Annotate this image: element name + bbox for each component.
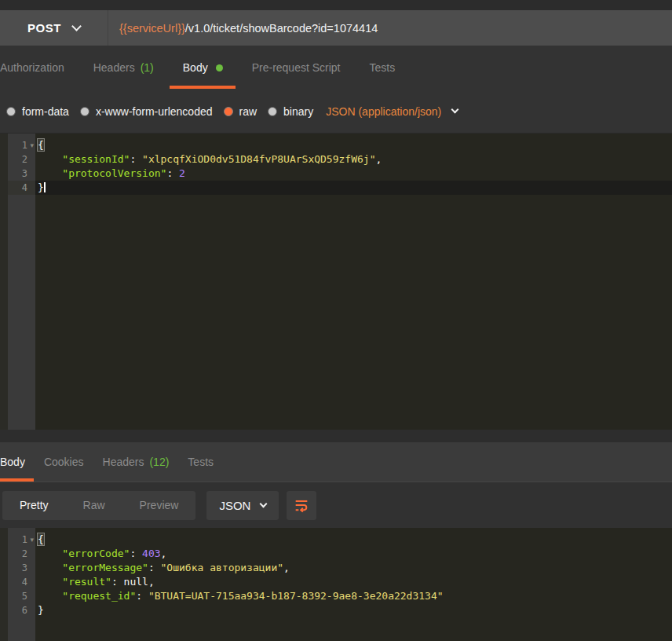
code-content: "sessionId": "xlpcqfXiOD0dv51D84fvP8UArS… bbox=[35, 152, 672, 167]
code-content: "errorCode": 403, bbox=[35, 547, 672, 561]
fold-caret-icon[interactable]: ▾ bbox=[30, 533, 34, 547]
body-mode-label: binary bbox=[283, 105, 313, 118]
text-cursor bbox=[44, 182, 46, 192]
code-content: "protocolVersion": 2 bbox=[35, 167, 672, 181]
tab-label: Body bbox=[0, 456, 25, 468]
radio-icon bbox=[268, 107, 277, 116]
chevron-down-icon bbox=[451, 106, 459, 114]
body-mode-form-data[interactable]: form-data bbox=[6, 105, 69, 118]
wrap-text-icon bbox=[293, 496, 310, 514]
editor-row bbox=[0, 195, 672, 430]
line-number bbox=[0, 195, 35, 430]
response-tabs: BodyCookiesHeaders(12)Tests bbox=[0, 442, 672, 482]
url-variable: {{serviceUrl}} bbox=[119, 22, 185, 35]
editor-row: 2 "sessionId": "xlpcqfXiOD0dv51D84fvP8UA… bbox=[0, 152, 672, 167]
body-mode-raw[interactable]: raw bbox=[224, 105, 257, 118]
editor-row bbox=[0, 617, 672, 641]
code-content bbox=[35, 617, 672, 641]
response-view-mode-group: PrettyRawPreview bbox=[2, 491, 195, 520]
body-dot-icon bbox=[216, 64, 223, 71]
tab-label: Pre-request Script bbox=[252, 61, 341, 74]
content-type-dropdown[interactable]: JSON (application/json) bbox=[326, 105, 458, 118]
code-content: { bbox=[35, 533, 672, 547]
line-number: 1▾ bbox=[0, 138, 35, 152]
tab-label: Authorization bbox=[0, 61, 64, 74]
tab-label: Headers bbox=[103, 456, 144, 468]
chevron-down-icon bbox=[71, 21, 82, 31]
postman-app: POST {{serviceUrl}}/v1.0/ticket/showBarc… bbox=[0, 0, 672, 641]
response-tab-cookies[interactable]: Cookies bbox=[44, 442, 84, 482]
response-tab-body[interactable]: Body bbox=[0, 442, 25, 482]
line-number: 6 bbox=[0, 603, 35, 617]
section-divider bbox=[0, 430, 672, 442]
radio-icon bbox=[6, 107, 16, 116]
tab-label: Tests bbox=[370, 61, 396, 74]
editor-row: 3 "errorMessage": "Ошибка авторизации", bbox=[0, 561, 672, 575]
code-content bbox=[35, 195, 672, 430]
code-content: "request_id": "BTUAT=UAT-715aa934-b187-8… bbox=[35, 589, 672, 603]
editor-row: 1▾{ bbox=[0, 533, 672, 547]
editor-row: 4 "result": null, bbox=[0, 575, 672, 589]
editor-row: 4} bbox=[0, 181, 672, 195]
editor-row: 1▾{ bbox=[0, 138, 672, 152]
request-url-bar: POST {{serviceUrl}}/v1.0/ticket/showBarc… bbox=[0, 10, 672, 46]
top-strip bbox=[0, 0, 672, 10]
editor-row: 5 "request_id": "BTUAT=UAT-715aa934-b187… bbox=[0, 589, 672, 603]
line-number: 2 bbox=[0, 547, 35, 561]
request-tab-body[interactable]: Body bbox=[183, 46, 223, 90]
request-body-editor[interactable]: 1▾{2 "sessionId": "xlpcqfXiOD0dv51D84fvP… bbox=[0, 134, 672, 430]
editor-row: 6} bbox=[0, 603, 672, 617]
response-format-dropdown[interactable]: JSON bbox=[206, 491, 279, 520]
content-type-label: JSON (application/json) bbox=[326, 105, 441, 118]
tab-label: Tests bbox=[188, 456, 214, 468]
view-mode-preview[interactable]: Preview bbox=[122, 491, 196, 520]
request-tab-pre-request-script[interactable]: Pre-request Script bbox=[252, 46, 341, 90]
body-mode-options: form-datax-www-form-urlencodedrawbinary bbox=[6, 105, 324, 118]
method-dropdown[interactable]: POST bbox=[0, 10, 108, 46]
response-format-label: JSON bbox=[219, 499, 250, 512]
tab-label: Cookies bbox=[44, 456, 84, 468]
line-number: 2 bbox=[0, 152, 35, 167]
code-content: } bbox=[35, 181, 672, 195]
response-tab-tests[interactable]: Tests bbox=[188, 442, 214, 482]
line-number: 3 bbox=[0, 167, 35, 181]
line-number: 4 bbox=[0, 575, 35, 589]
code-content: "errorMessage": "Ошибка авторизации", bbox=[35, 561, 672, 575]
code-content: } bbox=[35, 603, 672, 617]
url-input[interactable]: {{serviceUrl}}/v1.0/ticket/showBarcode?i… bbox=[108, 10, 672, 46]
body-mode-x-www-form-urlencoded[interactable]: x-www-form-urlencoded bbox=[80, 105, 213, 118]
line-number bbox=[0, 617, 35, 641]
tab-label: Headers bbox=[93, 61, 135, 74]
response-body-editor[interactable]: 1▾{2 "errorCode": 403,3 "errorMessage": … bbox=[0, 528, 672, 641]
line-number: 4 bbox=[0, 181, 35, 195]
response-toolbar: PrettyRawPreview JSON bbox=[0, 482, 672, 528]
body-mode-label: form-data bbox=[22, 105, 69, 118]
method-label: POST bbox=[27, 21, 61, 35]
code-content: { bbox=[35, 138, 672, 152]
tab-label: Body bbox=[183, 61, 208, 74]
view-mode-pretty[interactable]: Pretty bbox=[2, 491, 66, 520]
tab-count-badge: (12) bbox=[149, 456, 169, 468]
response-tab-headers[interactable]: Headers(12) bbox=[103, 442, 170, 482]
radio-icon bbox=[224, 107, 233, 116]
request-tab-tests[interactable]: Tests bbox=[370, 46, 396, 90]
body-mode-row: form-datax-www-form-urlencodedrawbinary … bbox=[0, 90, 672, 134]
editor-row: 3 "protocolVersion": 2 bbox=[0, 167, 672, 181]
tab-count-badge: (1) bbox=[141, 61, 154, 74]
body-mode-label: x-www-form-urlencoded bbox=[96, 105, 213, 118]
body-mode-label: raw bbox=[239, 105, 257, 118]
wrap-text-button[interactable] bbox=[287, 491, 316, 520]
request-tab-headers[interactable]: Headers(1) bbox=[93, 46, 154, 90]
code-content: "result": null, bbox=[35, 575, 672, 589]
editor-row: 2 "errorCode": 403, bbox=[0, 547, 672, 561]
view-mode-raw[interactable]: Raw bbox=[66, 491, 122, 520]
radio-icon bbox=[80, 107, 89, 116]
line-number: 5 bbox=[0, 589, 35, 603]
request-tabs: AuthorizationHeaders(1)BodyPre-request S… bbox=[0, 46, 672, 90]
body-mode-binary[interactable]: binary bbox=[268, 105, 313, 118]
line-number: 3 bbox=[0, 561, 35, 575]
request-tab-authorization[interactable]: Authorization bbox=[0, 46, 64, 90]
line-number: 1▾ bbox=[0, 533, 35, 547]
url-path: /v1.0/ticket/showBarcode?id=1074414 bbox=[185, 22, 378, 35]
fold-caret-icon[interactable]: ▾ bbox=[30, 138, 34, 152]
